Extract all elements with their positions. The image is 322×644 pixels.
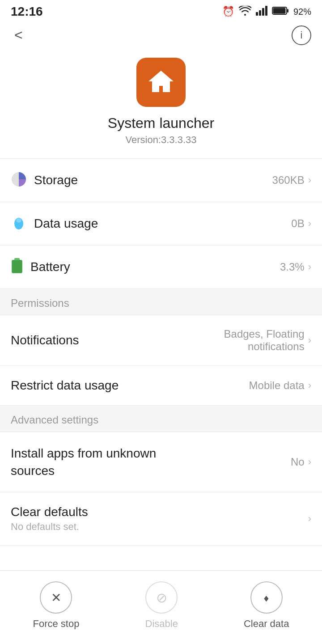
- alarm-icon: ⏰: [222, 6, 234, 17]
- storage-label: Storage: [34, 173, 78, 187]
- data-usage-value: 0B: [291, 217, 304, 230]
- install-apps-value: No: [291, 456, 305, 468]
- install-apps-chevron: ›: [308, 456, 311, 468]
- status-icons: ⏰: [222, 6, 311, 18]
- notifications-item[interactable]: Notifications Badges, Floatingnotificati…: [0, 315, 322, 366]
- clear-defaults-label: Clear defaults: [11, 505, 88, 519]
- battery-label: Battery: [30, 260, 70, 274]
- disable-icon: ⊘: [156, 590, 167, 606]
- force-stop-label: Force stop: [33, 618, 80, 630]
- data-usage-chevron: ›: [308, 218, 311, 229]
- advanced-section-header: Advanced settings: [0, 406, 322, 432]
- disable-button[interactable]: ⊘: [145, 581, 178, 614]
- clear-data-button[interactable]: ⬧: [250, 581, 283, 614]
- app-version: Version:3.3.3.33: [125, 134, 196, 146]
- clear-defaults-item[interactable]: Clear defaults No defaults set. ›: [0, 492, 322, 546]
- svg-rect-12: [12, 260, 22, 273]
- permissions-section-header: Permissions: [0, 289, 322, 315]
- notifications-value: Badges, Floatingnotifications: [224, 328, 305, 353]
- app-header: System launcher Version:3.3.3.33: [0, 49, 322, 158]
- svg-rect-3: [265, 6, 267, 16]
- permissions-label: Permissions: [11, 297, 69, 309]
- status-time: 12:16: [11, 4, 43, 19]
- svg-point-9: [16, 218, 21, 223]
- storage-icon: [11, 171, 27, 189]
- clear-data-icon: ⬧: [263, 590, 270, 605]
- restrict-data-label: Restrict data usage: [11, 378, 119, 393]
- status-bar: 12:16 ⏰: [0, 0, 322, 21]
- signal-icon: [256, 6, 267, 18]
- disable-label: Disable: [145, 618, 178, 630]
- svg-rect-2: [262, 8, 264, 16]
- data-usage-label: Data usage: [34, 216, 98, 231]
- disable-action[interactable]: ⊘ Disable: [145, 581, 178, 630]
- battery-icon: [11, 258, 23, 276]
- force-stop-button[interactable]: ✕: [40, 581, 72, 614]
- battery-item[interactable]: Battery 3.3% ›: [0, 246, 322, 289]
- notifications-chevron: ›: [308, 335, 311, 346]
- storage-chevron: ›: [308, 174, 311, 186]
- top-nav: < i: [0, 21, 322, 49]
- restrict-data-item[interactable]: Restrict data usage Mobile data ›: [0, 366, 322, 406]
- force-stop-icon: ✕: [51, 590, 61, 605]
- wifi-icon: [239, 6, 251, 18]
- notifications-label: Notifications: [11, 333, 79, 347]
- data-usage-item[interactable]: Data usage 0B ›: [0, 202, 322, 246]
- app-icon: [136, 58, 186, 107]
- battery-chevron: ›: [308, 261, 311, 273]
- storage-item[interactable]: Storage 360KB ›: [0, 159, 322, 202]
- install-apps-label: Install apps from unknown sources: [11, 445, 190, 479]
- clear-defaults-sublabel: No defaults set.: [11, 521, 88, 533]
- battery-status-icon: [272, 6, 289, 17]
- storage-value: 360KB: [272, 174, 305, 186]
- battery-value: 3.3%: [280, 261, 305, 273]
- bottom-action-bar: ✕ Force stop ⊘ Disable ⬧ Clear data: [0, 570, 322, 644]
- clear-defaults-chevron: ›: [308, 513, 311, 525]
- info-button[interactable]: i: [292, 25, 311, 45]
- svg-rect-5: [287, 9, 288, 13]
- svg-rect-0: [256, 12, 258, 16]
- force-stop-action[interactable]: ✕ Force stop: [33, 581, 80, 630]
- svg-rect-1: [259, 10, 261, 16]
- advanced-label: Advanced settings: [11, 414, 98, 426]
- restrict-data-value: Mobile data: [249, 379, 305, 392]
- data-usage-icon: [11, 215, 27, 233]
- clear-data-action[interactable]: ⬧ Clear data: [244, 581, 289, 630]
- back-button[interactable]: <: [11, 25, 26, 45]
- info-icon: i: [301, 30, 303, 41]
- install-apps-item[interactable]: Install apps from unknown sources No ›: [0, 432, 322, 492]
- clear-data-label: Clear data: [244, 618, 289, 630]
- app-name: System launcher: [108, 115, 214, 131]
- svg-rect-6: [273, 8, 285, 13]
- restrict-data-chevron: ›: [308, 380, 311, 391]
- battery-percent: 92%: [293, 7, 311, 17]
- home-icon: [146, 67, 176, 97]
